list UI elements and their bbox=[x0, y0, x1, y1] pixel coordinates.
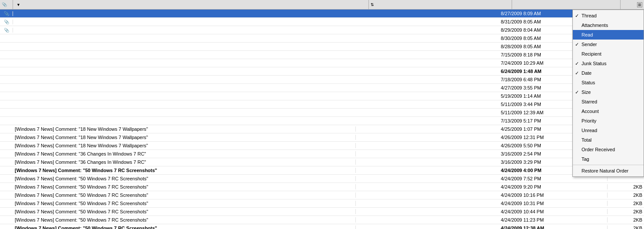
menu-item-starred[interactable]: Starred bbox=[573, 97, 644, 106]
table-row[interactable]: 8/30/2009 8:05 AM bbox=[0, 34, 644, 43]
table-row[interactable]: [Windows 7 News] Comment: "50 Windows 7 … bbox=[0, 175, 644, 183]
size-cell: 2KB bbox=[608, 201, 644, 206]
menu-item-order-received[interactable]: Order Received bbox=[573, 145, 644, 154]
subject-cell: [Windows 7 News] Comment: "18 New Window… bbox=[13, 143, 356, 148]
menu-item-junk-status[interactable]: Junk Status bbox=[573, 59, 644, 68]
table-row[interactable]: [Windows 7 News] Comment: "50 Windows 7 … bbox=[0, 166, 644, 175]
main-container: 📎 ▼ ⇅ ⊞ 📎8/27/2009 8:09 AM📎8/31/2009 8:0… bbox=[0, 0, 644, 229]
size-cell: 2KB bbox=[608, 192, 644, 198]
menu-item-read[interactable]: Read bbox=[573, 30, 644, 40]
paperclip-icon: 📎 bbox=[4, 20, 9, 24]
menu-item-thread[interactable]: Thread bbox=[573, 11, 644, 20]
size-cell: 2KB bbox=[608, 226, 644, 229]
menu-item-size[interactable]: Size bbox=[573, 87, 644, 97]
subject-cell: [Windows 7 News] Comment: "36 Changes In… bbox=[13, 159, 356, 165]
table-row[interactable]: 6/24/2009 1:48 AM bbox=[0, 67, 644, 76]
table-row[interactable]: 4/27/2009 3:55 PM bbox=[0, 84, 644, 92]
table-row[interactable]: 8/28/2009 8:05 AM bbox=[0, 43, 644, 51]
table-row[interactable]: [Windows 7 News] Comment: "18 New Window… bbox=[0, 142, 644, 150]
menu-item-unread[interactable]: Unread bbox=[573, 126, 644, 135]
table-row[interactable]: [Windows 7 News] Comment: "50 Windows 7 … bbox=[0, 191, 644, 199]
table-row[interactable]: 7/18/2009 6:48 PM bbox=[0, 76, 644, 84]
table-row[interactable]: 📎8/31/2009 8:05 AM bbox=[0, 18, 644, 26]
menu-item-total[interactable]: Total bbox=[573, 135, 644, 145]
subject-cell: [Windows 7 News] Comment: "18 New Window… bbox=[13, 135, 356, 140]
size-header[interactable]: ⊞ bbox=[621, 0, 644, 9]
table-row[interactable]: [Windows 7 News] Comment: "50 Windows 7 … bbox=[0, 216, 644, 224]
subject-cell: [Windows 7 News] Comment: "50 Windows 7 … bbox=[13, 192, 356, 198]
menu-item-priority[interactable]: Priority bbox=[573, 116, 644, 126]
menu-item-recipient[interactable]: Recipient bbox=[573, 49, 644, 59]
date-cell: 4/24/2009 10:16 PM bbox=[499, 192, 608, 198]
table-row[interactable]: 7/15/2009 8:18 PM bbox=[0, 51, 644, 59]
date-cell: 4/24/2009 10:44 PM bbox=[499, 209, 608, 214]
menu-item-sender[interactable]: Sender bbox=[573, 40, 644, 49]
date-cell: 4/24/2009 12:38 AM bbox=[499, 226, 608, 229]
subject-sort-icon: ▼ bbox=[16, 3, 20, 7]
table-row[interactable]: [Windows 7 News] Comment: "18 New Window… bbox=[0, 125, 644, 133]
sort-icon-sender: ⇅ bbox=[371, 3, 374, 7]
menu-item-attachments[interactable]: Attachments bbox=[573, 20, 644, 30]
date-cell: 4/24/2009 11:23 PM bbox=[499, 217, 608, 222]
date-cell: 4/24/2009 10:31 PM bbox=[499, 201, 608, 206]
table-row[interactable]: 5/11/2009 12:39 AM bbox=[0, 109, 644, 117]
menu-item-status[interactable]: Status bbox=[573, 78, 644, 87]
size-cell: 2KB bbox=[608, 184, 644, 189]
attach-header[interactable]: 📎 bbox=[0, 0, 13, 9]
attach-icon: 📎 bbox=[2, 2, 7, 7]
table-row[interactable]: 📎8/27/2009 8:09 AM bbox=[0, 10, 644, 18]
table-row[interactable]: [Windows 7 News] Comment: "36 Changes In… bbox=[0, 158, 644, 166]
date-header[interactable] bbox=[512, 0, 621, 9]
table-row[interactable]: [Windows 7 News] Comment: "50 Windows 7 … bbox=[0, 224, 644, 229]
date-cell: 4/24/2009 9:20 PM bbox=[499, 184, 608, 189]
column-context-menu: ThreadAttachmentsReadSenderRecipientJunk… bbox=[572, 10, 644, 177]
subject-cell: [Windows 7 News] Comment: "36 Changes In… bbox=[13, 151, 356, 156]
subject-cell: [Windows 7 News] Comment: "50 Windows 7 … bbox=[13, 184, 356, 189]
size-cell: 2KB bbox=[608, 209, 644, 214]
subject-cell: [Windows 7 News] Comment: "18 New Window… bbox=[13, 126, 356, 132]
paperclip-icon: 📎 bbox=[4, 11, 9, 16]
table-row[interactable]: [Windows 7 News] Comment: "50 Windows 7 … bbox=[0, 199, 644, 208]
table-row[interactable]: [Windows 7 News] Comment: "18 New Window… bbox=[0, 133, 644, 142]
table-row[interactable]: 5/11/2009 3:44 PM bbox=[0, 100, 644, 109]
subject-cell: [Windows 7 News] Comment: "50 Windows 7 … bbox=[13, 217, 356, 222]
menu-divider bbox=[573, 165, 644, 165]
table-row[interactable]: [Windows 7 News] Comment: "50 Windows 7 … bbox=[0, 208, 644, 216]
table-row[interactable]: [Windows 7 News] Comment: "36 Changes In… bbox=[0, 150, 644, 158]
subject-cell: [Windows 7 News] Comment: "50 Windows 7 … bbox=[13, 176, 356, 181]
subject-cell: [Windows 7 News] Comment: "50 Windows 7 … bbox=[13, 226, 356, 229]
subject-cell: [Windows 7 News] Comment: "50 Windows 7 … bbox=[13, 168, 356, 173]
menu-item-account[interactable]: Account bbox=[573, 106, 644, 116]
column-headers: 📎 ▼ ⇅ ⊞ bbox=[0, 0, 644, 10]
size-cell: 2KB bbox=[608, 217, 644, 222]
attach-col: 📎 bbox=[0, 20, 13, 24]
menu-item-date[interactable]: Date bbox=[573, 68, 644, 78]
table-row[interactable]: 📎8/29/2009 8:04 AM bbox=[0, 26, 644, 34]
subject-cell: [Windows 7 News] Comment: "50 Windows 7 … bbox=[13, 201, 356, 206]
paperclip-icon: 📎 bbox=[4, 28, 9, 33]
size-resize-icon[interactable]: ⊞ bbox=[637, 2, 642, 7]
attach-col: 📎 bbox=[0, 28, 13, 33]
sender-header[interactable]: ⇅ bbox=[369, 0, 512, 9]
subject-cell: [Windows 7 News] Comment: "50 Windows 7 … bbox=[13, 209, 356, 214]
table-row[interactable]: [Windows 7 News] Comment: "50 Windows 7 … bbox=[0, 183, 644, 191]
email-list[interactable]: 📎8/27/2009 8:09 AM📎8/31/2009 8:05 AM📎8/2… bbox=[0, 10, 644, 229]
table-row[interactable]: 7/13/2009 5:17 PM bbox=[0, 117, 644, 125]
attach-col: 📎 bbox=[0, 11, 13, 16]
table-row[interactable]: 5/19/2009 1:14 AM bbox=[0, 92, 644, 100]
subject-header[interactable]: ▼ bbox=[13, 0, 369, 9]
menu-item-tag[interactable]: Tag bbox=[573, 154, 644, 164]
menu-item-restore-natural-order[interactable]: Restore Natural Order bbox=[573, 166, 644, 176]
table-row[interactable]: 7/24/2009 10:29 AM bbox=[0, 59, 644, 67]
